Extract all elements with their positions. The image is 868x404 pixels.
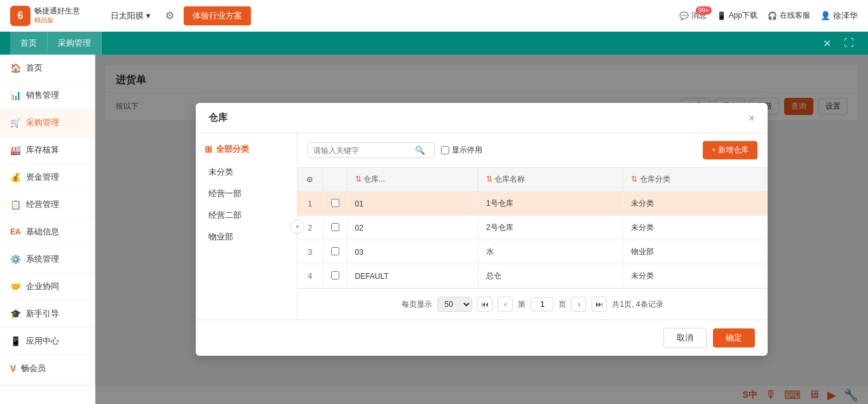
collapse-panel-button[interactable]: « [290,220,304,234]
category-header[interactable]: ⊞ 全部分类 [196,140,297,161]
show-disabled-checkbox[interactable]: 显示停用 [441,145,482,156]
category-panel: ⊞ 全部分类 未分类 经营一部 经营二部 物业部 [196,133,297,320]
basic-info-icon: EA [10,227,21,236]
sales-icon: 📊 [10,90,21,100]
second-nav-right: ✕ ⛶ [819,36,858,51]
add-warehouse-button[interactable]: + 新增仓库 [703,141,757,159]
store-selector[interactable]: 日太阳膜 ▾ [105,8,156,24]
sidebar-item-operations[interactable]: 📋 经营管理 [0,191,95,219]
window-expand-button[interactable]: ⛶ [840,36,858,50]
row-checkbox[interactable] [323,240,347,264]
table-row[interactable]: 2 02 2号仓库 未分类 [297,216,768,240]
row-category: 未分类 [623,264,768,288]
sidebar-item-purchase[interactable]: 🛒 采购管理 [0,109,95,137]
user-menu[interactable]: 👤 徐泽华 [820,10,858,22]
settings-icon[interactable]: ⚙ [161,7,179,25]
modal-footer: 取消 确定 [196,320,768,356]
table-header-row: ⚙ ⇅ 仓库... ⇅ 仓库名称 [297,168,768,192]
top-nav: 6 畅捷通好生意 精品版 日太阳膜 ▾ ⚙ 体验行业方案 💬 消息 99+ 📱 … [0,0,868,32]
finance-icon: 💰 [10,172,21,182]
row-checkbox[interactable] [323,216,347,240]
row-code: 03 [347,240,478,264]
prev-page-button[interactable]: ‹ [498,297,513,312]
th-checkbox [323,168,347,192]
total-info: 共1页, 4条记录 [612,299,663,310]
per-page-label: 每页显示 [402,299,432,310]
first-page-button[interactable]: ⏮ [477,297,492,312]
pagination: 每页显示 50 100 200 ⏮ ‹ 第 页 › [297,288,768,320]
row-name: 总仓 [478,264,623,288]
logo-text: 畅捷通好生意 [34,6,80,17]
sort-icon2: ⇅ [486,175,492,184]
row-checkbox[interactable] [323,264,347,288]
chevron-down-icon: ▾ [146,11,151,20]
category-item-ops1[interactable]: 经营一部 [196,183,297,205]
row-code: 01 [347,192,478,216]
window-close-button[interactable]: ✕ [819,36,835,51]
user-avatar: 👤 [820,11,831,20]
row-code: DEFAULT [347,264,478,288]
logo-sub: 精品版 [34,16,80,25]
last-page-button[interactable]: ⏭ [592,297,607,312]
app-center-icon: 📱 [10,336,21,346]
cancel-button[interactable]: 取消 [663,328,707,348]
enterprise-icon: 🤝 [10,281,21,292]
search-icon[interactable]: 🔍 [415,145,425,155]
category-item-ops2[interactable]: 经营二部 [196,205,297,226]
sidebar-item-guide[interactable]: 🎓 新手引导 [0,300,95,328]
modal-title: 仓库 [208,112,227,124]
data-table: ⚙ ⇅ 仓库... ⇅ 仓库名称 [297,168,768,288]
per-page-select[interactable]: 50 100 200 [437,297,472,312]
sidebar-item-system[interactable]: ⚙️ 系统管理 [0,246,95,273]
page-text: 第 [518,299,526,310]
row-code: 02 [347,216,478,240]
search-box: 🔍 [308,142,435,158]
guide-icon: 🎓 [10,309,21,319]
sidebar-item-enterprise[interactable]: 🤝 企业协同 [0,273,95,300]
nav-item-home[interactable]: 首页 [10,32,48,55]
th-code: ⇅ 仓库... [347,168,478,192]
sidebar-item-sales[interactable]: 📊 销售管理 [0,82,95,109]
category-item-property[interactable]: 物业部 [196,226,297,248]
table-row[interactable]: 4 DEFAULT 总仓 未分类 [297,264,768,288]
sidebar-item-home[interactable]: 🏠 首页 [0,55,95,82]
row-num: 1 [297,192,323,216]
vip-icon: V [10,363,16,374]
th-settings: ⚙ [297,168,323,192]
sidebar-item-finance[interactable]: 💰 资金管理 [0,164,95,191]
grid-icon: ⊞ [205,144,212,154]
purchase-icon: 🛒 [10,118,21,128]
search-input[interactable] [313,146,415,155]
download-icon: 📱 [717,11,726,20]
modal-header: 仓库 × [196,103,768,133]
app-download-button[interactable]: 📱 App下载 [717,10,757,21]
warehouse-table: ⚙ ⇅ 仓库... ⇅ 仓库名称 [297,168,768,288]
table-row[interactable]: 3 03 水 物业部 [297,240,768,264]
confirm-button[interactable]: 确定 [713,328,755,347]
page-number-input[interactable] [531,297,553,311]
modal-close-button[interactable]: × [748,112,755,124]
sidebar-item-app-center[interactable]: 📱 应用中心 [0,328,95,355]
messages-button[interactable]: 💬 消息 99+ [679,10,707,21]
trial-button[interactable]: 体验行业方案 [184,6,251,25]
modal-body: ⊞ 全部分类 未分类 经营一部 经营二部 物业部 [196,133,768,320]
category-item-unclassified[interactable]: 未分类 [196,161,297,183]
online-service-button[interactable]: 🎧 在线客服 [768,10,810,21]
layout: 🏠 首页 📊 销售管理 🛒 采购管理 🏭 库存核算 💰 资金管理 📋 经营管理 … [0,55,868,404]
sidebar-item-inventory[interactable]: 🏭 库存核算 [0,137,95,164]
sidebar-item-basic-info[interactable]: EA 基础信息 [0,219,95,246]
next-page-button[interactable]: › [571,297,587,312]
table-toolbar: 🔍 显示停用 + 新增仓库 [297,133,768,168]
operations-icon: 📋 [10,199,21,210]
nav-item-purchase[interactable]: 采购管理 [48,32,102,55]
page-label-suffix: 页 [559,299,566,310]
row-checkbox[interactable] [323,192,347,216]
show-disabled-toggle[interactable] [441,146,449,154]
second-nav: 首页 采购管理 ✕ ⛶ [0,32,868,55]
row-category: 未分类 [623,216,768,240]
th-name: ⇅ 仓库名称 [478,168,623,192]
row-category: 未分类 [623,192,768,216]
sidebar-item-vip[interactable]: V 畅会员 [0,355,95,382]
table-row[interactable]: 1 01 1号仓库 未分类 [297,192,768,216]
logo-icon: 6 [10,6,31,26]
